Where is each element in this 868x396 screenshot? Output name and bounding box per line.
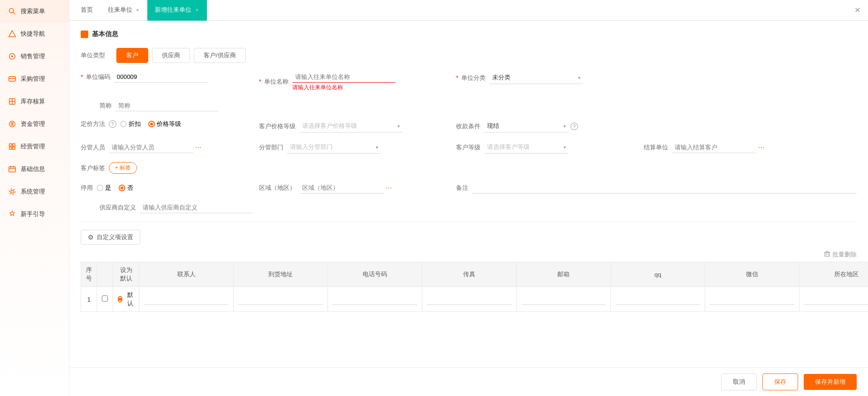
settlement-ellipsis[interactable]: ··· [756, 143, 766, 152]
add-tag-button[interactable]: + 标签 [109, 162, 137, 174]
payment-terms-field: 收款条件 现结 ▾ ? [456, 120, 625, 132]
sales-icon [8, 52, 17, 61]
basic-icon [8, 164, 17, 174]
th-contact: 联系人 [139, 262, 234, 287]
th-default: 设为默认 [113, 262, 139, 287]
th-email: 邮箱 [517, 262, 611, 287]
sidebar-item-system[interactable]: 系统管理 [0, 180, 69, 203]
row-checkbox[interactable] [102, 295, 108, 302]
cell-default[interactable]: 默认 [113, 287, 139, 312]
sidebar-item-purchase[interactable]: 采购管理 [0, 68, 69, 90]
svg-rect-24 [825, 253, 830, 256]
unit-code-required: * [81, 73, 83, 80]
custom-settings-button[interactable]: ⚙ 自定义项设置 [81, 230, 140, 245]
window-close-btn[interactable]: ✕ [851, 6, 864, 15]
cell-region[interactable] [799, 287, 868, 312]
batch-delete-button[interactable]: 批量删除 [824, 250, 857, 259]
tab-new-trade-unit[interactable]: 新增往来单位 × [147, 0, 206, 21]
payment-terms-help-icon[interactable]: ? [571, 123, 578, 130]
phone-input[interactable] [333, 294, 417, 305]
unit-type-row: 单位类型 客户 供应商 客户/供应商 [81, 48, 857, 63]
radio-discount[interactable]: 折扣 [120, 120, 141, 128]
payment-terms-value: 现结 [487, 122, 499, 130]
customer-price-level-select[interactable]: 请选择客户价格等级 ▾ [299, 120, 403, 132]
fax-input[interactable] [427, 294, 511, 305]
email-input[interactable] [521, 294, 606, 305]
region-input[interactable] [299, 182, 384, 194]
payment-terms-select[interactable]: 现结 ▾ [484, 120, 569, 132]
cell-wechat[interactable] [705, 287, 799, 312]
th-wechat: 微信 [705, 262, 799, 287]
sidebar-label-new-user: 新手引导 [21, 210, 45, 218]
sidebar-item-sales[interactable]: 销售管理 [0, 45, 69, 68]
manager-row: 分管人员 ··· 分管部门 请输入分管部门 ▾ 客户等级 请选择客户等级 ▾ 结… [81, 141, 857, 154]
sidebar-label-purchase: 采购管理 [21, 75, 45, 83]
contact-input[interactable] [144, 294, 228, 305]
unit-name-wrapper: 请输入往来单位名称 [292, 71, 437, 92]
manager-input[interactable] [109, 142, 193, 153]
sidebar-item-inventory[interactable]: 库存核算 [0, 90, 69, 113]
svg-rect-21 [13, 166, 14, 168]
radio-no[interactable]: 否 [119, 184, 133, 192]
default-radio[interactable]: 默认 [118, 291, 134, 308]
cancel-button[interactable]: 取消 [721, 373, 757, 390]
cell-qq[interactable] [611, 287, 705, 312]
sidebar: 搜索菜单 快捷导航 销售管理 采购管理 库存核算 资金管理 经营管理 [0, 0, 69, 396]
pricing-help-icon[interactable]: ? [109, 120, 116, 128]
pricing-method-field: 定价方法 ? 折扣 价格等级 [81, 120, 240, 128]
unit-btn-customer[interactable]: 客户 [116, 48, 148, 63]
tab-trade-units-close[interactable]: × [135, 7, 140, 13]
wechat-input[interactable] [710, 294, 794, 305]
tab-trade-units[interactable]: 往来单位 × [100, 0, 147, 21]
dept-label: 分管部门 [259, 143, 287, 152]
cell-check[interactable] [97, 287, 113, 312]
unit-btn-both[interactable]: 客户/供应商 [194, 48, 246, 63]
save-new-button[interactable]: 保存并新增 [804, 374, 857, 390]
tab-home[interactable]: 首页 [73, 0, 100, 21]
settlement-unit-input[interactable] [672, 142, 756, 153]
qq-input[interactable] [616, 294, 700, 305]
region-ellipsis[interactable]: ··· [384, 184, 394, 192]
address-input[interactable] [238, 294, 323, 305]
sidebar-item-operations[interactable]: 经营管理 [0, 135, 69, 158]
cell-fax[interactable] [422, 287, 517, 312]
short-name-input[interactable] [115, 100, 219, 111]
unit-category-select[interactable]: 未分类 ▾ [489, 71, 583, 84]
disable-radio-group: 是 否 [97, 184, 133, 192]
svg-point-22 [11, 190, 14, 193]
customer-level-select[interactable]: 请选择客户等级 ▾ [484, 141, 569, 154]
sidebar-search[interactable]: 搜索菜单 [0, 0, 69, 23]
th-address: 到货地址 [234, 262, 328, 287]
radio-yes[interactable]: 是 [97, 184, 111, 192]
remarks-input[interactable] [472, 182, 857, 194]
region-label: 区域（地区） [259, 184, 299, 192]
dept-select[interactable]: 请输入分管部门 ▾ [287, 141, 381, 154]
sidebar-item-new-user[interactable]: 新手引导 [0, 203, 69, 225]
cell-phone[interactable] [328, 287, 422, 312]
region-row-input[interactable] [804, 294, 868, 305]
section-icon [81, 31, 88, 38]
cell-address[interactable] [234, 287, 328, 312]
unit-btn-supplier[interactable]: 供应商 [152, 48, 190, 63]
payment-terms-chevron: ▾ [563, 124, 566, 129]
supplier-custom-input[interactable] [140, 202, 252, 213]
tab-new-trade-unit-close[interactable]: × [194, 7, 199, 13]
unit-category-required: * [456, 74, 458, 81]
sidebar-label-inventory: 库存核算 [21, 97, 45, 106]
sidebar-item-quick-nav[interactable]: 快捷导航 [0, 23, 69, 45]
sidebar-item-basic[interactable]: 基础信息 [0, 158, 69, 180]
radio-price-level[interactable]: 价格等级 [148, 120, 181, 128]
cell-contact[interactable] [139, 287, 234, 312]
tabs-bar: 首页 往来单位 × 新增往来单位 × ✕ [69, 0, 868, 21]
customer-tag-row: 客户标签 + 标签 [81, 162, 857, 174]
unit-code-input[interactable] [114, 71, 208, 83]
save-button[interactable]: 保存 [762, 373, 798, 390]
manager-ellipsis[interactable]: ··· [193, 143, 203, 152]
sidebar-item-capital[interactable]: 资金管理 [0, 113, 69, 135]
supplier-custom-label: 供应商自定义 [99, 203, 140, 212]
cell-email[interactable] [517, 287, 611, 312]
unit-name-input[interactable] [292, 71, 396, 83]
main-area: 首页 往来单位 × 新增往来单位 × ✕ 基本信息 单位类型 客户 供应商 客户… [69, 0, 868, 396]
unit-category-value: 未分类 [492, 73, 510, 82]
unit-code-label: * 单位编码 [81, 73, 114, 81]
